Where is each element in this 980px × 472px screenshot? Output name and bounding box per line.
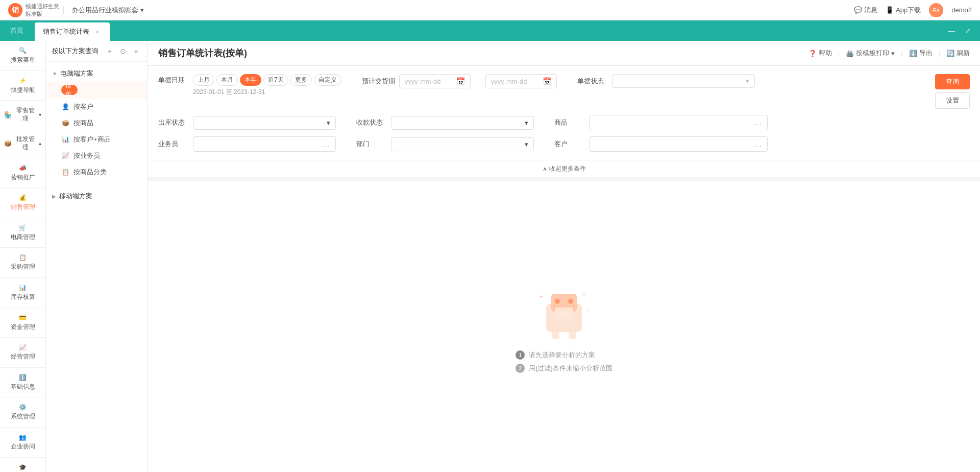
goods-dots-icon[interactable]: …: [754, 118, 762, 127]
page-header: 销售订单统计表(按单) ❓ 帮助 | 🖨️ 按模板打印 ▾ | ⬇️: [148, 41, 980, 66]
username: demo2: [951, 6, 972, 14]
empty-svg-icon: ✦ ✦ ✦: [533, 281, 595, 342]
retail-arrow-icon: ▾: [39, 112, 41, 117]
refresh-icon: 🔄: [946, 50, 954, 57]
top-bar-left: 销 畅捷通好生意 标准版 办公用品行业模拟账套 ▾: [8, 3, 148, 17]
date-btn-last-month[interactable]: 上月: [193, 74, 214, 86]
svg-text:✦: ✦: [582, 292, 586, 297]
empty-illustration: ✦ ✦ ✦: [533, 281, 595, 342]
sidebar-item-search-menu[interactable]: 🔍 搜索菜单: [0, 41, 45, 71]
sidebar: 🔍 搜索菜单 ⚡ 快捷导航 🏪 零售管理 ▾ 📦 批发管理 ▴ 📣 营销推广 💰…: [0, 41, 46, 472]
date-separator: —: [475, 78, 481, 85]
sidebar-item-system[interactable]: ⚙️ 系统管理: [0, 397, 45, 428]
calendar-start-icon[interactable]: 📅: [456, 77, 465, 85]
scheme-item-by-product[interactable]: 📦 按商品: [46, 115, 148, 131]
export-icon: ⬇️: [909, 50, 917, 57]
department-label: 部门: [356, 139, 387, 149]
sidebar-item-marketing[interactable]: 📣 营销推广: [0, 158, 45, 188]
sidebar-item-sales[interactable]: 💰 销售管理: [0, 188, 45, 218]
salesperson-input[interactable]: …: [193, 136, 336, 152]
enterprise-icon: 👥: [19, 434, 27, 441]
basic-icon: ℹ️: [19, 374, 27, 381]
query-button[interactable]: 查询: [935, 74, 970, 89]
date-btn-this-month[interactable]: 本月: [216, 74, 238, 86]
salesperson-group: 业务员 …: [158, 136, 336, 152]
shipment-status-select[interactable]: ▾: [193, 116, 336, 130]
filter-area: 单据日期 上月 本月 本年 近7天 更多 自定义 2023-01-01 至 20…: [148, 66, 980, 160]
customer-input[interactable]: …: [589, 136, 768, 152]
scheme-item-by-customer-product[interactable]: 📊 按客户+商品: [46, 131, 148, 148]
settings-button[interactable]: 设置: [935, 92, 970, 109]
print-button[interactable]: 🖨️ 按模板打印 ▾: [846, 49, 895, 58]
date-btn-custom[interactable]: 自定义: [314, 74, 341, 86]
svg-point-3: [568, 299, 573, 304]
sidebar-item-inventory[interactable]: 📊 库存核算: [0, 278, 45, 308]
empty-state: ✦ ✦ ✦ 1 请先选择要分析的方案 2 用[过滤]条件来缩小分析范围: [148, 181, 980, 472]
filter-row-1: 单据日期 上月 本月 本年 近7天 更多 自定义 2023-01-01 至 20…: [158, 74, 970, 109]
filter-row-3: 业务员 … 部门 ▾ 客户: [158, 136, 970, 152]
tab-maximize-button[interactable]: ⤢: [962, 25, 974, 37]
tab-active[interactable]: 销售订单统计表 ×: [35, 22, 110, 41]
sidebar-item-ecommerce[interactable]: 🛒 电商管理: [0, 218, 45, 248]
department-arrow-icon: ▾: [525, 140, 528, 148]
refresh-button[interactable]: 🔄 刷新: [946, 49, 970, 58]
retail-icon: 🏪: [4, 111, 12, 119]
export-button[interactable]: ⬇️ 导出: [909, 49, 933, 58]
sidebar-item-operation[interactable]: 📈 经营管理: [0, 338, 45, 368]
date-btn-more[interactable]: 更多: [290, 74, 312, 86]
scheme-item-by-customer[interactable]: 👤 按客户: [46, 99, 148, 115]
date-btn-last-7days[interactable]: 近7天: [263, 74, 288, 86]
expected-delivery-end-input[interactable]: yyyy-mm-dd 📅: [485, 74, 557, 88]
expected-delivery-start-input[interactable]: yyyy-mm-dd 📅: [399, 74, 471, 88]
wholesale-icon: 📦: [4, 140, 12, 147]
query-btn-group: 查询 设置: [935, 74, 970, 109]
payment-status-label: 收款状态: [356, 118, 387, 127]
sidebar-item-basic[interactable]: ℹ️ 基础信息: [0, 368, 45, 398]
tab-minimize-button[interactable]: —: [945, 25, 958, 37]
svg-point-2: [555, 299, 560, 304]
scheme-item-by-order[interactable]: 按单: [46, 81, 148, 99]
calendar-end-icon[interactable]: 📅: [543, 77, 551, 85]
scheme-group-mobile-title[interactable]: ▶ 移动端方案: [46, 188, 148, 204]
date-start-placeholder: yyyy-mm-dd: [405, 78, 441, 85]
add-scheme-button[interactable]: +: [105, 46, 115, 56]
page-title: 销售订单统计表(按单): [158, 47, 247, 59]
goods-input[interactable]: …: [589, 115, 768, 130]
date-btn-this-year[interactable]: 本年: [240, 74, 261, 86]
sidebar-item-quick-nav[interactable]: ⚡ 快捷导航: [0, 71, 45, 101]
sidebar-item-newbie[interactable]: 🎓 新手引导: [0, 458, 45, 473]
message-action[interactable]: 💬 消息: [854, 6, 877, 15]
collapse-bar[interactable]: ∧ 收起更多条件: [148, 160, 980, 177]
empty-hint-1-text: 请先选择要分析的方案: [529, 350, 595, 360]
customer-dots-icon[interactable]: …: [754, 139, 762, 149]
sidebar-item-retail[interactable]: 🏪 零售管理 ▾: [0, 101, 45, 129]
marketing-icon: 📣: [19, 164, 27, 172]
collapse-panel-button[interactable]: «: [131, 46, 141, 56]
scheme-group-pc-title[interactable]: ▼ 电脑端方案: [46, 66, 148, 81]
app-selector[interactable]: 办公用品行业模拟账套 ▾: [68, 4, 148, 17]
scheme-item-by-category[interactable]: 📋 按商品分类: [46, 164, 148, 180]
main-layout: 🔍 搜索菜单 ⚡ 快捷导航 🏪 零售管理 ▾ 📦 批发管理 ▴ 📣 营销推广 💰…: [0, 41, 980, 472]
sidebar-item-purchase[interactable]: 📋 采购管理: [0, 248, 45, 278]
sidebar-item-wholesale[interactable]: 📦 批发管理 ▴: [0, 129, 45, 158]
scheme-item-by-salesperson[interactable]: 📈 按业务员: [46, 148, 148, 164]
tab-home[interactable]: 首页: [0, 20, 34, 41]
order-status-group: 单据状态 ▾: [577, 74, 755, 88]
salesperson-dots-icon[interactable]: …: [322, 139, 330, 149]
sidebar-item-finance[interactable]: 💳 资金管理: [0, 308, 45, 338]
purchase-icon: 📋: [19, 254, 27, 261]
settings-scheme-button[interactable]: ⊙: [118, 46, 128, 56]
help-button[interactable]: ❓ 帮助: [808, 49, 832, 58]
department-select[interactable]: ▾: [391, 137, 534, 151]
avatar[interactable]: Ea: [929, 3, 943, 17]
logo-text: 畅捷通好生意 标准版: [26, 3, 59, 17]
goods-group: 商品 …: [554, 115, 768, 130]
payment-status-select[interactable]: ▾: [391, 116, 534, 130]
app-download-action[interactable]: 📱 App下载: [886, 6, 921, 15]
customer-group: 客户 …: [554, 136, 768, 152]
date-quick-buttons: 上月 本月 本年 近7天 更多 自定义: [193, 74, 341, 86]
sidebar-item-enterprise[interactable]: 👥 企业协同: [0, 428, 45, 458]
tab-close-button[interactable]: ×: [93, 28, 102, 36]
order-status-dropdown[interactable]: ▾: [612, 74, 755, 88]
shipment-status-arrow-icon: ▾: [327, 119, 330, 127]
